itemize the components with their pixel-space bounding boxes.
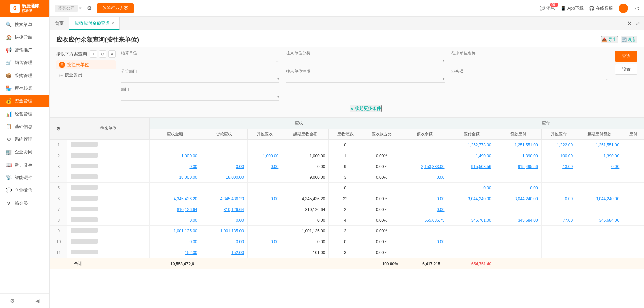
row-ys-daikuan[interactable]: 4,345,436.20 — [201, 193, 247, 204]
sidebar-item-operations[interactable]: 📊 经营管理 — [0, 107, 49, 120]
sidebar-item-vip[interactable]: V 畅会员 — [0, 197, 49, 210]
schema-item-wanglai[interactable]: 单 按往来单位 — [56, 60, 116, 69]
row-yf-qita[interactable]: 1,222.00 — [541, 140, 576, 150]
online-service-btn[interactable]: 🎧 在线客服 — [589, 5, 613, 11]
row-ys-jine[interactable]: 0.00 — [149, 236, 201, 247]
row-ys-daikuan[interactable]: 0.00 — [201, 161, 247, 172]
row-yf-daikuan[interactable]: 0.00 — [495, 183, 541, 193]
field-jiesuan-input[interactable]: ··· — [121, 57, 279, 65]
row-yf-daikuan[interactable]: 1,390.00 — [495, 150, 541, 161]
sidebar-item-enterprise[interactable]: 🏢 企业协同 — [0, 146, 49, 159]
row-ys-qita[interactable]: 1,000.00 — [247, 150, 282, 161]
sidebar-item-inventory[interactable]: 🏪 库存核算 — [0, 82, 49, 95]
row-ys-daikuan[interactable]: 0.00 — [201, 236, 247, 247]
row-ys-daikuan[interactable]: 1,001,135.00 — [201, 226, 247, 236]
row-ys-yue[interactable]: 655,636.75 — [401, 215, 448, 226]
export-btn[interactable]: 📤 导出 — [601, 36, 618, 43]
app-download-btn[interactable]: 📱 App下载 — [560, 5, 584, 11]
sidebar-item-system[interactable]: ⚙ 系统管理 — [0, 133, 49, 146]
sidebar-item-purchase[interactable]: 📦 采购管理 — [0, 69, 49, 82]
row-ys-daikuan[interactable]: 810,126.64 — [201, 204, 247, 215]
message-btn[interactable]: 💬 消息 99+ — [540, 5, 555, 11]
field-wanglai-fenlei-input[interactable]: ▾ — [286, 57, 444, 64]
row-yf-qita[interactable]: 100.00 — [541, 150, 576, 161]
row-yf-jine[interactable]: 915,508.56 — [448, 161, 495, 172]
col-ys-daikuan: 贷款应收 — [201, 129, 247, 140]
collapse-btn[interactable]: ∧ 收起更多条件 — [350, 105, 382, 112]
row-yf-chaoqi[interactable]: 1,251,551.00 — [576, 140, 623, 150]
row-ys-daikuan[interactable]: 152.00 — [201, 247, 247, 258]
row-ys-daikuan[interactable]: 18,000.00 — [201, 172, 247, 183]
query-btn[interactable]: 查询 — [615, 51, 637, 62]
sidebar-item-sales[interactable]: 🛒 销售管理 — [0, 56, 49, 69]
row-yf-chaoqi[interactable]: 0.00 — [576, 161, 623, 172]
row-ys-jine[interactable]: 1,000.00 — [149, 150, 201, 161]
trial-btn[interactable]: 体验行业方案 — [97, 3, 134, 13]
row-ys-qita[interactable]: 0.00 — [247, 161, 282, 172]
row-yf-chaoqi[interactable]: 1,390.00 — [576, 150, 623, 161]
row-ys-jine[interactable]: 0.00 — [149, 215, 201, 226]
row-yf-daikuan[interactable]: 915,495.56 — [495, 161, 541, 172]
row-ys-jine[interactable]: 18,000.00 — [149, 172, 201, 183]
row-ys-jine[interactable]: 1,001,135.00 — [149, 226, 201, 236]
schema1-label: 按往来单位 — [67, 62, 89, 68]
sidebar-settings-btn[interactable]: ⚙ — [7, 296, 17, 305]
username[interactable]: Rit — [633, 6, 639, 11]
field-wanglai-mingcheng-input[interactable] — [451, 57, 610, 60]
field-wanglai-xingzhi-input[interactable]: ▾ — [286, 75, 444, 83]
row-yf-chaoqi[interactable]: 3,044,240.00 — [576, 193, 623, 204]
row-ys-qita[interactable]: 0.00 — [247, 236, 282, 247]
refresh-btn[interactable]: 🔄 刷新 — [621, 36, 637, 43]
window-expand-btn[interactable]: ⤢ — [634, 19, 641, 28]
sidebar-item-hardware[interactable]: 📡 智能硬件 — [0, 171, 49, 184]
tab-ar-query[interactable]: 应收应付余额查询 × — [69, 17, 120, 30]
row-ys-jine[interactable]: 152.00 — [149, 247, 201, 258]
row-ys-yue[interactable]: 0.00 — [401, 193, 448, 204]
row-ys-yue[interactable]: 2,153,333.00 — [401, 161, 448, 172]
row-yf-chaoqi[interactable]: 345,684.00 — [576, 215, 623, 226]
sidebar-item-guide[interactable]: 📖 新手引导 — [0, 159, 49, 171]
user-avatar[interactable] — [619, 4, 628, 13]
sidebar-collapse-btn[interactable]: ◀ — [33, 296, 42, 305]
sidebar-item-search[interactable]: 🔍 搜索菜单 — [0, 18, 49, 31]
row-ys-yue[interactable]: 0.00 — [401, 172, 448, 183]
row-ys-jine[interactable]: 810,126.64 — [149, 204, 201, 215]
window-close-btn[interactable]: ✕ — [626, 19, 633, 28]
filter-settings-btn[interactable]: 设置 — [615, 64, 637, 75]
sidebar-item-finance[interactable]: 💰 资金管理 — [0, 95, 49, 107]
row-yf-qita[interactable]: 13.00 — [541, 161, 576, 172]
row-ys-jine[interactable]: 0.00 — [149, 161, 201, 172]
row-yf-daikuan[interactable]: 3,044,240.00 — [495, 193, 541, 204]
row-yf-jine[interactable]: 3,044,240.00 — [448, 193, 495, 204]
table-gear-header[interactable]: ⚙ — [50, 118, 67, 140]
schema-collapse-btn[interactable]: « — [108, 50, 116, 58]
field-bumen-input[interactable]: ▾ — [121, 93, 279, 101]
row-ys-daikuan[interactable]: 0.00 — [201, 215, 247, 226]
schema-add-btn[interactable]: + — [90, 50, 97, 58]
row-ys-jine[interactable]: 4,345,436.20 — [149, 193, 201, 204]
field-fenguan-input[interactable]: ▾ — [121, 75, 279, 83]
schema-settings-btn[interactable]: ⊙ — [99, 50, 106, 58]
row-yf-jine[interactable]: 1,490.00 — [448, 150, 495, 161]
row-yf-jine[interactable]: 0.00 — [448, 183, 495, 193]
row-yf-daikuan[interactable]: 345,684.00 — [495, 215, 541, 226]
sidebar-item-marketing[interactable]: 📢 营销推广 — [0, 44, 49, 56]
row-ys-qita[interactable]: 0.00 — [247, 193, 282, 204]
footer-ys-yue[interactable]: 6,417,215.... — [401, 258, 448, 269]
footer-ys-jine[interactable]: 19,553,472,6... — [149, 258, 201, 269]
row-yf-jine[interactable]: 345,761.00 — [448, 215, 495, 226]
topbar-gear-icon[interactable]: ⚙ — [87, 5, 92, 11]
row-ys-yue[interactable]: 0.00 — [401, 236, 448, 247]
row-yf-qita[interactable]: 77.00 — [541, 215, 576, 226]
tab-close-btn[interactable]: × — [112, 21, 114, 26]
sidebar-item-quicknav[interactable]: 🏠 快捷导航 — [0, 31, 49, 44]
field-yewuyuan-input[interactable]: ··· — [451, 75, 610, 83]
sidebar-item-wechat[interactable]: 💬 企业微信 — [0, 184, 49, 197]
tab-home[interactable]: 首页 — [50, 17, 69, 30]
row-yf-daikuan[interactable]: 1,251,551.00 — [495, 140, 541, 150]
row-yf-jine[interactable]: 1,252,773.00 — [448, 140, 495, 150]
row-yf-qita[interactable]: 0.00 — [541, 193, 576, 204]
schema-item-yewuyuan[interactable]: ◎ 按业务员 — [56, 71, 116, 79]
sidebar-item-basic[interactable]: 📋 基础信息 — [0, 120, 49, 133]
row-ys-yue[interactable]: 0.00 — [401, 204, 448, 215]
